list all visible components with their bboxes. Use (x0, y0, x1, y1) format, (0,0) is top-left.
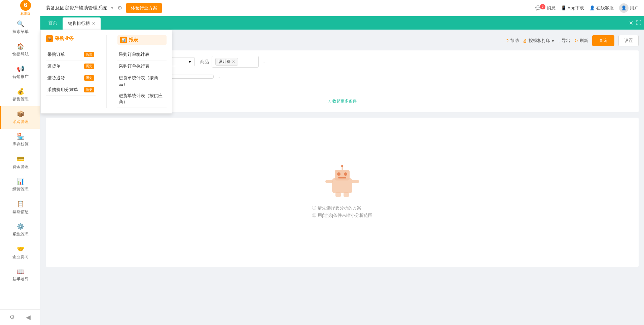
purchase-section-label: 采购业务 (55, 36, 74, 42)
expense-label: 采购费用分摊单 (47, 87, 78, 93)
header-right: 💬 6 消息 📱 App下载 👤 在线客服 👤 用户 (535, 3, 639, 13)
system-title: 装备及固定资产辅助管理系统 (46, 5, 107, 11)
purchase-dropdown-menu: 📦 采购业务 采购订单 历史 进货单 历史 进货退货 历史 采购费用分摊单 历史… (40, 30, 172, 114)
app-download-item[interactable]: 📱 App下载 (561, 5, 584, 11)
sidebar-item-label-enterprise: 企业协同 (12, 254, 29, 260)
tab-home-label: 首页 (48, 20, 57, 26)
mobile-icon: 📱 (561, 5, 566, 10)
tab-home[interactable]: 首页 (43, 16, 63, 30)
sidebar-item-operations[interactable]: 📊 经营管理 (0, 174, 40, 196)
operations-icon: 📊 (17, 178, 24, 185)
empty-hint-2: ② 用[过滤]条件来缩小分析范围 (312, 212, 372, 218)
sidebar-item-basic[interactable]: 📋 基础信息 (0, 196, 40, 219)
export-btn[interactable]: ↓ 导出 (558, 38, 571, 44)
goods-more-btn[interactable]: ··· (261, 59, 265, 64)
empty-hint: ① 请先选择要分析的方案 ② 用[过滤]条件来缩小分析范围 (312, 204, 372, 220)
menu-item-expense[interactable]: 采购费用分摊单 历史 (46, 84, 96, 96)
tab-maximize-icon[interactable]: ⛶ (636, 20, 641, 26)
tab-close-window-icon[interactable]: ✕ (629, 20, 633, 26)
menu-item-purchase-order[interactable]: 采购订单 历史 (46, 49, 96, 60)
home-icon: 🏠 (17, 43, 24, 50)
user-item[interactable]: 👤 用户 (619, 3, 639, 13)
sidebar-item-enterprise[interactable]: 🤝 企业协同 (0, 241, 40, 264)
tab-controls: ✕ ⛶ (629, 20, 641, 26)
purchase-menu-section: 📦 采购业务 采购订单 历史 进货单 历史 进货退货 历史 采购费用分摊单 历史 (46, 35, 96, 108)
top-header: 6 标准版 装备及固定资产辅助管理系统 ▾ ⚙ 体验行业方案 💬 6 消息 📱 … (0, 0, 644, 16)
goods-input[interactable]: 设计费 ✕ (212, 56, 259, 68)
sidebar-collapse-icon[interactable]: ◀ (26, 314, 31, 321)
export-icon: ↓ (558, 38, 561, 43)
menu-item-order-exec[interactable]: 采购订单执行表 (117, 60, 167, 72)
salesman-more-btn[interactable]: ··· (216, 74, 220, 79)
export-label: 导出 (562, 38, 570, 44)
query-btn[interactable]: 查询 (592, 35, 614, 46)
goods-filter-label: 商品 (200, 59, 209, 65)
help-label: 帮助 (510, 38, 519, 44)
order-stats-label: 采购订单统计表 (119, 51, 149, 57)
search-icon: 🔍 (17, 20, 24, 28)
user-avatar: 👤 (619, 3, 629, 13)
sidebar-item-marketing[interactable]: 📢 营销推广 (0, 61, 40, 84)
purchase-order-history-badge: 历史 (84, 52, 94, 57)
logo-icon: 6 (20, 0, 31, 11)
sidebar-item-finance[interactable]: 💳 资金管理 (0, 151, 40, 174)
menu-divider (106, 35, 107, 108)
purchase-icon: 📦 (17, 110, 24, 118)
print-dropdown-icon[interactable]: ▾ (552, 38, 554, 43)
tab-bar: 首页 销售排行榜 ✕ ✕ ⛶ (40, 16, 644, 30)
sidebar-settings-icon[interactable]: ⚙ (9, 314, 15, 321)
menu-item-inbound-stats-supplier[interactable]: 进货单统计表（按供应商） (117, 90, 167, 108)
collapse-label: 收起更多条件 (332, 98, 357, 104)
logo-text: 标准版 (21, 11, 31, 16)
refresh-icon: ↻ (574, 38, 578, 43)
inbound-history-badge: 历史 (84, 64, 94, 69)
reports-section-label: 报表 (129, 37, 138, 43)
sidebar-item-sales[interactable]: 💰 销售管理 (0, 84, 40, 106)
empty-illustration (322, 165, 362, 198)
service-icon: 👤 (589, 5, 595, 10)
settings-icon[interactable]: ⚙ (117, 5, 122, 11)
guide-icon: 📖 (17, 268, 24, 275)
enterprise-icon: 🤝 (17, 245, 24, 253)
status-select-arrow: ▾ (189, 59, 191, 64)
goods-filter: 商品 设计费 ✕ ··· (200, 56, 265, 68)
filter-settings-btn[interactable]: 设置 (618, 35, 639, 46)
message-label: 消息 (547, 5, 556, 11)
sidebar-item-nav[interactable]: 🏠 快捷导航 (0, 39, 40, 61)
print-btn[interactable]: 🖨 按模板打印 ▾ (523, 38, 554, 44)
svg-rect-1 (335, 170, 350, 180)
menu-item-inbound-stats-goods[interactable]: 进货单统计表（按商品） (117, 72, 167, 90)
sidebar-item-inventory[interactable]: 🏪 库存核算 (0, 129, 40, 151)
help-icon: ? (506, 38, 508, 43)
system-dropdown-arrow[interactable]: ▾ (111, 5, 113, 10)
return-history-badge: 历史 (84, 75, 94, 81)
sidebar-item-label-sales: 销售管理 (12, 96, 29, 102)
svg-point-2 (337, 172, 341, 176)
menu-item-return[interactable]: 进货退货 历史 (46, 72, 96, 84)
help-btn[interactable]: ? 帮助 (506, 38, 518, 44)
tab-close-icon[interactable]: ✕ (92, 21, 95, 26)
refresh-btn[interactable]: ↻ 刷新 (574, 38, 588, 44)
menu-item-order-stats[interactable]: 采购订单统计表 (117, 49, 167, 60)
sidebar-item-label-search: 搜索菜单 (12, 29, 29, 35)
service-item[interactable]: 👤 在线客服 (589, 5, 614, 11)
menu-item-inbound[interactable]: 进货单 历史 (46, 60, 96, 72)
return-label: 进货退货 (47, 75, 65, 81)
svg-point-3 (344, 172, 347, 176)
app-label: App下载 (568, 5, 584, 11)
logo-area: 6 标准版 (5, 0, 46, 16)
system-icon: ⚙️ (17, 223, 24, 230)
sidebar-item-system[interactable]: ⚙️ 系统管理 (0, 219, 40, 241)
header-middle: 装备及固定资产辅助管理系统 ▾ ⚙ 体验行业方案 (46, 3, 535, 13)
sidebar-item-purchase[interactable]: 📦 采购管理 (0, 106, 40, 129)
message-badge: 6 (540, 4, 545, 9)
inbound-stats-goods-label: 进货单统计表（按商品） (119, 75, 166, 87)
tab-sales-ranking[interactable]: 销售排行榜 ✕ (63, 17, 101, 30)
goods-tag-close[interactable]: ✕ (232, 59, 235, 64)
svg-rect-7 (325, 180, 333, 183)
print-label: 按模板打印 (529, 38, 550, 44)
message-item[interactable]: 💬 6 消息 (535, 5, 556, 11)
industry-btn[interactable]: 体验行业方案 (126, 3, 162, 13)
sidebar-item-search[interactable]: 🔍 搜索菜单 (0, 16, 40, 39)
sidebar-item-guide[interactable]: 📖 新手引导 (0, 264, 40, 286)
